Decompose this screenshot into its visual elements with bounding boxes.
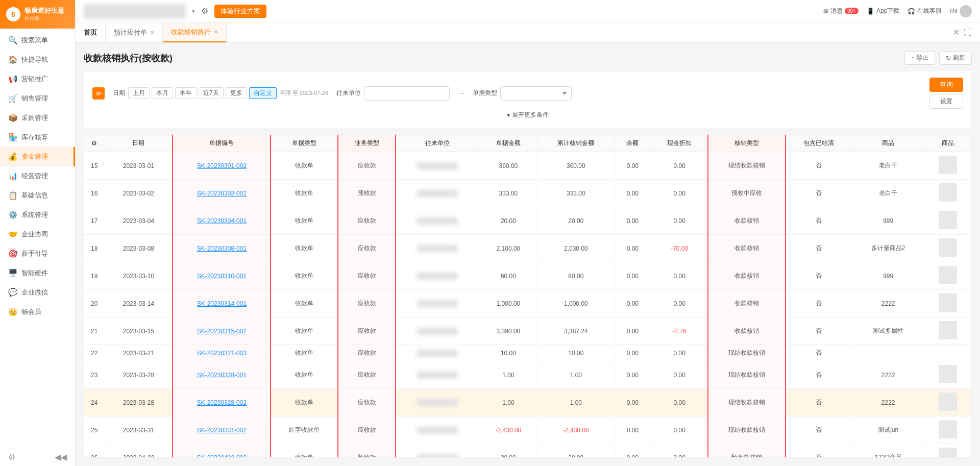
tab-close-receipt[interactable]: ✕ xyxy=(214,29,218,35)
cell-discount: 0.00 xyxy=(651,262,708,290)
guide-icon: 🎯 xyxy=(8,249,17,258)
sidebar-item-sales[interactable]: 🛒 销售管理 xyxy=(0,89,75,108)
cell-doc-no[interactable]: SK-20230403-002 xyxy=(173,444,271,458)
settings-button[interactable]: 设置 xyxy=(929,94,963,109)
sidebar-item-system[interactable]: ⚙️ 系统管理 xyxy=(0,205,75,225)
online-service-button[interactable]: 🎧 在线客服 xyxy=(908,7,942,15)
filter-date-thisyear[interactable]: 本年 xyxy=(175,87,197,99)
cell-doc-no[interactable]: SK-20230301-002 xyxy=(173,152,271,180)
cell-verified: -2,430.00 xyxy=(538,416,615,444)
cell-doc-no[interactable]: SK-20230304-001 xyxy=(173,207,271,235)
cell-doc-no[interactable]: SK-20230308-001 xyxy=(173,235,271,262)
cell-verify-type: 收款核销 xyxy=(708,235,785,262)
home-icon: 🏠 xyxy=(8,55,17,64)
cell-no: 24 xyxy=(84,389,105,416)
filter-date-custom[interactable]: 自定义 xyxy=(249,87,277,99)
cell-doc-no[interactable]: SK-20230321-003 xyxy=(173,345,271,361)
tab-prepay[interactable]: 预计应付单 ✕ xyxy=(106,22,163,42)
th-product[interactable]: 商品 xyxy=(852,135,924,152)
topbar-gear-icon[interactable]: ⚙ xyxy=(201,6,208,16)
cell-doc-no[interactable]: SK-20230328-001 xyxy=(173,361,271,389)
sidebar-item-member[interactable]: 👑 畅会员 xyxy=(0,302,75,322)
th-include-settled[interactable]: 包含已结清 xyxy=(786,135,852,152)
expand-more-row[interactable]: ▾ 展开更多条件 xyxy=(92,109,963,121)
app-download-button[interactable]: 📱 App下载 xyxy=(867,7,899,15)
th-amount[interactable]: 单据金额 xyxy=(479,135,537,152)
filter-more-dots[interactable]: ··· xyxy=(458,89,464,98)
filter-doctype-select[interactable]: 收款单 红字收款单 xyxy=(500,86,572,101)
th-balance[interactable]: 余额 xyxy=(614,135,651,152)
tab-home[interactable]: 首页 xyxy=(76,22,106,42)
filter-counterparty-group: 往来单位 xyxy=(336,86,450,101)
cell-doc-no[interactable]: SK-20230328-002 xyxy=(173,389,271,416)
maximize-icon[interactable]: ⛶ xyxy=(964,28,972,37)
th-verified[interactable]: 累计核销金额 xyxy=(538,135,615,152)
cell-include-settled: 否 xyxy=(786,361,852,389)
sidebar-item-purchase[interactable]: 📦 采购管理 xyxy=(0,108,75,128)
filter-date-thismonth[interactable]: 本月 xyxy=(152,87,173,99)
th-date[interactable]: 日期 xyxy=(105,135,173,152)
th-verify-type[interactable]: 核销类型 xyxy=(708,135,785,152)
message-button[interactable]: ✉ 消息 99+ xyxy=(823,7,859,15)
filter-counterparty-input[interactable] xyxy=(364,86,450,101)
cell-amount: 10.00 xyxy=(479,345,537,361)
cell-date: 2023-03-01 xyxy=(105,152,173,180)
sidebar-item-basic[interactable]: 📋 基础信息 xyxy=(0,186,75,205)
th-product-img[interactable]: 商品 xyxy=(924,135,971,152)
sidebar-footer: ⚙ ◀◀ xyxy=(0,448,75,466)
filter-date-group: 日期 上月 本月 本年 近7天 更多 自定义 不限 至 2023-07-26 xyxy=(113,87,328,99)
th-doc-type[interactable]: 单据类型 xyxy=(271,135,338,152)
topbar-search-input[interactable] xyxy=(84,4,186,18)
th-discount[interactable]: 现金折扣 xyxy=(651,135,708,152)
cell-include-settled: 否 xyxy=(786,207,852,235)
filter-expand-button[interactable]: ≫ xyxy=(92,87,105,100)
cell-doc-no[interactable]: SK-20230315-002 xyxy=(173,317,271,345)
settings-icon[interactable]: ⚙ xyxy=(8,452,15,462)
main-area: ▾ ⚙ 体验行业方案 ✉ 消息 99+ 📱 App下载 🎧 在线客服 Rit xyxy=(76,0,980,466)
cell-verify-type: 现结收款核销 xyxy=(708,361,785,389)
dropdown-arrow-icon[interactable]: ▾ xyxy=(192,8,195,15)
page-actions: ↑ 导出 ↻ 刷新 xyxy=(904,51,972,65)
sidebar-item-quick-nav[interactable]: 🏠 快捷导航 xyxy=(0,50,75,69)
cell-doc-no[interactable]: SK-20230302-002 xyxy=(173,180,271,207)
export-button[interactable]: ↑ 导出 xyxy=(904,51,935,65)
cell-doc-no[interactable]: SK-20230314-001 xyxy=(173,290,271,317)
topbar-right: ✉ 消息 99+ 📱 App下载 🎧 在线客服 Rit xyxy=(823,5,972,17)
sidebar-item-marketing[interactable]: 📢 营销推广 xyxy=(0,69,75,89)
sidebar-item-wechat[interactable]: 💬 企业微信 xyxy=(0,283,75,302)
tab-receipt[interactable]: 收款核销执行 ✕ xyxy=(163,22,227,42)
th-settings[interactable]: ⚙ xyxy=(84,135,105,152)
cell-include-settled: 否 xyxy=(786,152,852,180)
data-table: ⚙ 日期 单据编号 单据类型 业务类型 往来单位 单据金额 累计核销金额 余额 … xyxy=(84,135,971,458)
filter-date-7days[interactable]: 近7天 xyxy=(199,87,224,99)
sidebar-logo: 6 畅康道好生意 标推版 xyxy=(0,0,75,29)
user-name[interactable]: Rit xyxy=(950,5,972,17)
cell-balance: 0.00 xyxy=(614,180,651,207)
cell-date: 2023-03-08 xyxy=(105,235,173,262)
sidebar-item-hardware[interactable]: 🖥️ 智能硬件 xyxy=(0,263,75,283)
query-button[interactable]: 查询 xyxy=(929,78,963,92)
sidebar-item-enterprise[interactable]: 🤝 企业协同 xyxy=(0,225,75,244)
cell-include-settled: 否 xyxy=(786,389,852,416)
th-biz-type[interactable]: 业务类型 xyxy=(338,135,396,152)
tab-close-prepay[interactable]: ✕ xyxy=(150,30,154,35)
purchase-icon: 📦 xyxy=(8,113,17,122)
sidebar-item-inventory[interactable]: 🏪 库存核算 xyxy=(0,128,75,147)
filter-date-more[interactable]: 更多 xyxy=(226,87,247,99)
sidebar-item-finance[interactable]: 💰 资金管理 xyxy=(0,147,75,166)
th-counterparty[interactable]: 往来单位 xyxy=(396,135,479,152)
th-doc-no[interactable]: 单据编号 xyxy=(173,135,271,152)
sidebar-item-guide[interactable]: 🎯 新手引导 xyxy=(0,244,75,263)
cell-doc-no[interactable]: SK-20230331-002 xyxy=(173,416,271,444)
sidebar-item-business[interactable]: 📊 经营管理 xyxy=(0,166,75,186)
collapse-icon[interactable]: ◀◀ xyxy=(55,452,67,462)
filter-date-lastmonth[interactable]: 上月 xyxy=(128,87,150,99)
solution-button[interactable]: 体验行业方案 xyxy=(214,5,266,18)
cell-doc-no[interactable]: SK-20230310-001 xyxy=(173,262,271,290)
cell-verified: 360.00 xyxy=(538,152,615,180)
cell-doc-type: 收款单 xyxy=(271,235,338,262)
close-tab-icon[interactable]: ✕ xyxy=(953,28,960,37)
refresh-button[interactable]: ↻ 刷新 xyxy=(939,51,972,65)
cell-product-img xyxy=(924,444,971,458)
sidebar-item-search[interactable]: 🔍 搜索菜单 xyxy=(0,31,75,50)
